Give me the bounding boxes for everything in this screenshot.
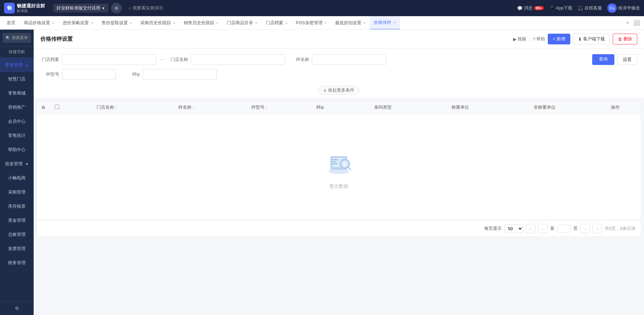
store-archive-input[interactable] [62,54,156,65]
sidebar-item-smart-store[interactable]: 智慧门店 [0,72,34,86]
app-download-icon: 📱 [549,6,554,11]
last-page-button[interactable]: » [593,224,602,233]
tab-pos-mgmt[interactable]: POS加密管理 × [292,16,331,30]
tab-sale-pickup-label: 售价提取设置 [102,20,128,26]
sidebar-settings-button[interactable]: ⚙ [0,301,34,315]
store-archive-more-icon[interactable]: ··· [159,57,164,63]
tab-store-archive-close-icon[interactable]: × [285,21,287,25]
app-title: 畅捷通好业财 标准版 [17,3,45,13]
sidebar-item-member-center[interactable]: 会员中心 [0,114,34,129]
tab-store-archive-label: 门店档案 [266,20,283,26]
set-button[interactable]: 设置 [617,54,637,65]
col-checkbox [50,101,64,114]
svg-point-4 [342,161,348,167]
sidebar-search-section: 🔍 搜索菜单 [0,30,34,46]
message-button[interactable]: 💬 消息 99+ [517,5,544,11]
tab-sale-history[interactable]: 销售历史价跟踪 × [180,16,223,30]
search-icon: 🔍 [5,36,10,40]
add-label: + 新增 [553,36,565,42]
tab-price-setting-close-icon[interactable]: × [52,21,54,25]
sidebar-search-button[interactable]: 🔍 搜索菜单 [3,33,31,43]
col-scale-name-label: 秤名称 [178,105,191,110]
sidebar-item-xiaochu-ecom[interactable]: 小畅电商 [0,171,34,185]
prev-page-button[interactable]: ‹ [538,224,547,233]
sidebar-item-tax-mgmt-label: 税务管理 [8,260,26,266]
delete-icon: 🗑 [618,37,622,42]
sidebar-item-retail-mall[interactable]: 零售商城 [0,86,34,100]
first-page-button[interactable]: « [526,224,535,233]
video-label: 视频 [517,36,526,42]
tab-price-scale-close-icon[interactable]: × [393,21,395,25]
scale-name-input[interactable] [312,54,386,65]
download-client-button[interactable]: ⬇ 客户端下载 [573,34,610,44]
sidebar-item-invoice-mgmt[interactable]: 发票管理 [0,242,34,256]
empty-state: 暂元数据 [41,117,637,216]
user-profile-button[interactable]: Ea 徐泽华修改 [607,3,640,13]
col-scale-name[interactable]: 秤名称 [150,101,223,114]
scale-ip-input[interactable] [143,69,217,80]
per-page-select[interactable]: 10 20 50 100 [504,224,523,233]
version-selector[interactable]: 好业财标准版交付试用 ▼ [53,4,108,12]
tab-price-setting-label: 商品价格设置 [24,20,50,26]
tab-sale-history-close-icon[interactable]: × [216,21,218,25]
empty-state-icon [322,144,356,178]
sidebar-quick-nav-button[interactable]: 快捷导航 [0,46,34,58]
store-name-input[interactable] [191,54,285,65]
sidebar-item-retail-stats[interactable]: 零售统计 [0,129,34,143]
delete-button[interactable]: 🗑 删除 [613,34,637,44]
sidebar-item-wholesale-mgmt[interactable]: 批发管理 ▼ [0,157,34,171]
tab-purchase-strategy[interactable]: 进价策略设置 × [59,16,97,30]
sidebar: 🔍 搜索菜单 快捷导航 零售管理 ▲ 智慧门店 零售商城 营销推广 会员中心 零… [0,30,34,315]
tab-store-catalog[interactable]: 门店商品目录 × [223,16,261,30]
tab-home-label: 首页 [7,20,15,26]
help-label: 帮助 [536,36,545,42]
sidebar-item-general-ledger-label: 总账管理 [8,232,26,238]
tab-min-discount-close-icon[interactable]: × [363,21,365,25]
table-settings-icon[interactable]: ⚙ [41,105,45,110]
scale-model-input[interactable] [62,69,116,80]
tab-price-scale[interactable]: 价格传秤 × [370,16,400,30]
app-download-button[interactable]: 📱 App下载 [549,5,572,11]
search-field-scale-ip: 秤ip [121,69,217,80]
tab-sale-pickup-close-icon[interactable]: × [130,21,132,25]
online-service-button[interactable]: 🎧 在线客服 [578,5,602,11]
sidebar-item-help-center[interactable]: 帮助中心 [0,143,34,157]
video-link[interactable]: ▶ 视频 [513,36,526,42]
add-button[interactable]: + 新增 [548,34,570,44]
search-section: 门店档案 ··· 门店名称 秤名称 查询 设置 [34,49,644,98]
select-all-checkbox[interactable] [55,105,59,109]
tab-home[interactable]: 首页 [3,16,20,30]
tab-purchase-history[interactable]: 采购历史价跟踪 × [136,16,179,30]
store-archive-label: 门店档案 [40,57,59,63]
user-initials: Ea [610,6,615,10]
sidebar-item-fund-mgmt[interactable]: 资金管理 [0,213,34,228]
next-page-button[interactable]: › [580,224,590,233]
collapse-button[interactable]: ∧ 收起更多条件 [318,86,359,95]
help-link[interactable]: ? 帮助 [533,36,545,42]
delete-label: 删除 [623,36,632,42]
demo-link[interactable]: ○ 我要看实例演示 [129,5,163,11]
sidebar-item-marketing[interactable]: 营销推广 [0,100,34,114]
sidebar-item-purchase-mgmt[interactable]: 采购管理 [0,185,34,199]
tab-maximize-button[interactable]: ⬜ [632,18,641,27]
sidebar-search-label: 搜索菜单 [12,35,28,41]
sidebar-item-retail-mall-label: 零售商城 [8,90,26,96]
page-number-input[interactable]: 1 [557,225,571,233]
tab-min-discount[interactable]: 最低折扣设置 × [331,16,370,30]
tab-store-catalog-close-icon[interactable]: × [255,21,257,25]
tab-sale-pickup[interactable]: 售价提取设置 × [98,16,136,30]
sidebar-item-inventory-settle[interactable]: 库存核算 [0,199,34,213]
tab-store-archive[interactable]: 门店档案 × [262,16,292,30]
topbar-settings-button[interactable]: ⚙ [111,3,122,13]
tab-pos-mgmt-close-icon[interactable]: × [325,21,327,25]
tab-price-setting[interactable]: 商品价格设置 × [20,16,59,30]
sidebar-item-general-ledger[interactable]: 总账管理 [0,228,34,242]
query-button[interactable]: 查询 [592,54,614,65]
tab-purchase-strategy-close-icon[interactable]: × [91,21,93,25]
tab-purchase-history-close-icon[interactable]: × [173,21,175,25]
sidebar-item-tax-mgmt[interactable]: 税务管理 [0,256,34,270]
tab-close-all-button[interactable]: × [625,19,631,27]
col-store-name[interactable]: 门店名称 [64,101,150,114]
col-scale-model[interactable]: 秤型号 [223,101,296,114]
sidebar-item-retail-mgmt[interactable]: 零售管理 ▲ [0,58,34,72]
